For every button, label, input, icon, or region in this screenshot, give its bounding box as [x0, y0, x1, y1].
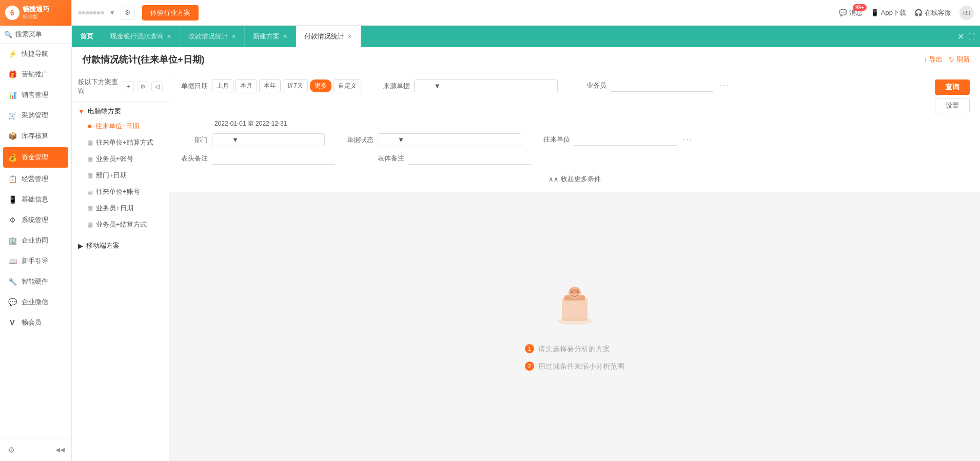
smart-hw-icon: 🔧: [7, 276, 17, 287]
source-filter: 来源单据 ▼: [382, 79, 558, 92]
sidebar-item-sys-mgmt[interactable]: ⚙ 系统管理: [0, 210, 71, 230]
header-note-input[interactable]: [212, 152, 335, 165]
sidebar-item-enterprise-wx[interactable]: 💬 企业微信: [0, 292, 71, 312]
last-month-btn[interactable]: 上月: [212, 79, 233, 92]
export-btn[interactable]: ↑ 导出: [924, 55, 943, 64]
tab-payment-stat-close[interactable]: ✕: [347, 33, 352, 40]
sidebar-item-quick-nav[interactable]: ⚡ 快捷导航: [0, 44, 71, 64]
body-note-filter: 表体备注: [376, 152, 532, 165]
sidebar-title: 畅捷通巧: [23, 5, 49, 13]
settings-btn[interactable]: 设置: [935, 98, 970, 113]
desktop-scheme-title[interactable]: ▼ 电脑端方案: [72, 105, 169, 118]
tabbar-expand-btn[interactable]: ⛶: [968, 33, 975, 41]
add-scheme-btn[interactable]: +: [123, 81, 134, 92]
sales-icon: 📊: [7, 90, 17, 100]
expand-icon: ▼: [78, 108, 85, 115]
partner-dots[interactable]: ···: [683, 135, 693, 144]
sidebar-item-enterprise[interactable]: 🏢 企业协同: [0, 230, 71, 251]
sidebar-item-vip[interactable]: V 畅会员: [0, 312, 71, 333]
body-note-input[interactable]: [408, 152, 532, 165]
add-icon: +: [126, 83, 130, 90]
page-title: 付款情况统计(往来单位+日期): [82, 53, 205, 66]
left-panel-header: 按以下方案查询 + ⚙ ◁: [72, 72, 169, 102]
svg-rect-1: [562, 298, 587, 321]
page-header-actions: ↑ 导出 ↻ 刷新: [924, 55, 970, 64]
sidebar-item-base-info[interactable]: 📱 基础信息: [0, 189, 71, 210]
user-avatar[interactable]: Rit: [959, 6, 974, 20]
sidebar-collapse-icon[interactable]: ◀◀: [53, 443, 67, 457]
tab-bank-flow-close[interactable]: ✕: [167, 33, 171, 40]
tab-home[interactable]: 首页: [72, 26, 102, 47]
sidebar-item-inventory[interactable]: 📦 库存核算: [0, 126, 71, 146]
topbar-dropdown-btn[interactable]: ▼: [109, 9, 115, 16]
scheme-item-dept-date[interactable]: ▦ 部门+日期: [72, 167, 169, 184]
dept-label: 部门: [180, 135, 208, 145]
topbar-right: 💬 消息 99+ 📱 App下载 🎧 在线客服 Rit: [839, 6, 974, 20]
collapse-icon: ◁: [155, 83, 160, 90]
source-select[interactable]: ▼: [414, 79, 558, 92]
body-note-label: 表体备注: [376, 154, 404, 163]
partner-input[interactable]: [574, 133, 677, 146]
trial-btn[interactable]: 体验行业方案: [142, 5, 199, 21]
app-download-btn[interactable]: 📱 App下载: [871, 8, 906, 17]
scheme-item-staff-account[interactable]: ▦ 业务员+账号: [72, 151, 169, 167]
content-area: 付款情况统计(往来单位+日期) ↑ 导出 ↻ 刷新 按以下方案查询: [72, 47, 980, 461]
dept-select[interactable]: ▼: [212, 133, 325, 146]
voucher-status-select[interactable]: ▼: [378, 133, 521, 146]
tab-receipt-stat-close[interactable]: ✕: [231, 33, 236, 40]
marketing-icon: 🎁: [7, 69, 17, 79]
custom-btn[interactable]: 自定义: [334, 79, 361, 92]
sidebar-item-label: 智能硬件: [22, 277, 48, 286]
tab-bank-flow[interactable]: 现金银行流水查询 ✕: [102, 26, 180, 47]
tab-new-scheme-close[interactable]: ✕: [283, 33, 287, 40]
sidebar-item-label: 快捷导航: [22, 49, 48, 58]
this-year-btn[interactable]: 本年: [259, 79, 281, 92]
scheme-item-unit-date[interactable]: ● 往来单位+日期: [72, 118, 169, 134]
collapse-panel-btn[interactable]: ◁: [151, 81, 163, 92]
sidebar-item-finance[interactable]: 💰 资金管理: [3, 147, 68, 168]
refresh-btn[interactable]: ↻ 刷新: [949, 55, 970, 64]
sidebar-item-smart-hw[interactable]: 🔧 智能硬件: [0, 271, 71, 292]
scheme-item-unit-account[interactable]: ▤ 往来单位+账号: [72, 184, 169, 200]
scheme-item-unit-settle[interactable]: ▦ 往来单位+结算方式: [72, 134, 169, 151]
scheme-icon: ▦: [87, 221, 93, 228]
salesman-dots[interactable]: ···: [719, 81, 729, 90]
collapse-more-btn[interactable]: ∧∧ 收起更多条件: [180, 171, 970, 187]
expand-icon: ▶: [78, 242, 83, 250]
this-month-btn[interactable]: 本月: [236, 79, 257, 92]
query-btn[interactable]: 查询: [935, 79, 970, 95]
sidebar-item-purchase[interactable]: 🛒 采购管理: [0, 105, 71, 126]
sidebar-item-sales[interactable]: 📊 销售管理: [0, 85, 71, 105]
service-btn[interactable]: 🎧 在线客服: [914, 8, 951, 17]
scheme-item-staff-date[interactable]: ▦ 业务员+日期: [72, 200, 169, 216]
date-filter: 单据日期 上月 本月 本年 近7天 更多 自定义: [180, 79, 361, 92]
tab-payment-stat[interactable]: 付款情况统计 ✕: [296, 26, 361, 47]
sidebar-item-marketing[interactable]: 🎁 营销推广: [0, 64, 71, 85]
scheme-settings-btn[interactable]: ⚙: [137, 81, 148, 92]
sidebar-search[interactable]: 🔍 搜索菜单: [0, 26, 71, 44]
scheme-icon: ▦: [87, 155, 93, 163]
tab-receipt-stat-label: 收款情况统计: [188, 32, 228, 41]
tabbar-close-btn[interactable]: ✕: [957, 32, 964, 42]
more-btn[interactable]: 更多: [310, 79, 331, 92]
sidebar-item-operation[interactable]: 📋 经营管理: [0, 169, 71, 189]
partner-filter: 往来单位 ···: [542, 133, 693, 146]
mobile-scheme-title[interactable]: ▶ 移动端方案: [72, 239, 169, 252]
sidebar-item-label: 资金管理: [22, 153, 48, 162]
sidebar: 6 畅捷通巧 标准版 🔍 搜索菜单 ⚡ 快捷导航 🎁 营销推广 📊 销售管理 🛒…: [0, 0, 72, 461]
tab-receipt-stat[interactable]: 收款情况统计 ✕: [180, 26, 245, 47]
last-7days-btn[interactable]: 近7天: [283, 79, 308, 92]
message-btn[interactable]: 💬 消息 99+: [839, 8, 863, 17]
left-panel: 按以下方案查询 + ⚙ ◁ ▼: [72, 72, 169, 461]
topbar-brand: ■■■■■■■: [78, 9, 104, 16]
tab-new-scheme[interactable]: 新建方案 ✕: [245, 26, 296, 47]
sidebar-item-guide[interactable]: 📖 新手引导: [0, 251, 71, 271]
sidebar-settings-icon[interactable]: ⚙: [4, 443, 18, 457]
scheme-item-staff-settle[interactable]: ▦ 业务员+结算方式: [72, 216, 169, 233]
purchase-icon: 🛒: [7, 110, 17, 121]
inventory-icon: 📦: [7, 131, 17, 141]
sidebar-item-label: 畅会员: [22, 318, 42, 327]
salesman-input[interactable]: [611, 79, 713, 92]
salesman-label: 业务员: [578, 81, 606, 90]
topbar-gear-btn[interactable]: ⚙: [121, 6, 135, 20]
